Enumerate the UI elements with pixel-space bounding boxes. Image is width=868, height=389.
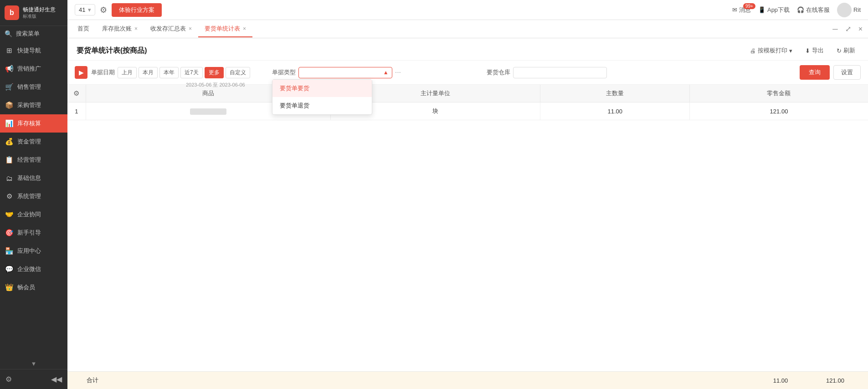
filter-settings-button[interactable]: 设置 <box>833 65 861 80</box>
sidebar-item-basic[interactable]: 🗂 基础信息 <box>0 169 67 187</box>
tab-close-icon[interactable]: × <box>189 26 192 32</box>
sidebar-item-members[interactable]: 👑 畅会员 <box>0 278 67 297</box>
sidebar-settings-icon[interactable]: ⚙ <box>4 373 14 385</box>
type-filter-more-icon[interactable]: ··· <box>395 68 401 77</box>
print-button[interactable]: 🖨 按模板打印 ▾ <box>746 45 796 56</box>
tab-close-all-icon[interactable]: × <box>857 24 864 34</box>
sidebar-item-operations[interactable]: 📋 经营管理 <box>0 151 67 169</box>
print-icon: 🖨 <box>750 47 756 54</box>
main-area: 41 ▾ ⚙ 体验行业方案 ✉ 消息 99+ 📱 App下载 🎧 在线客服 R <box>67 0 868 389</box>
filter-bar: ▶ 单据日期 上月 本月 本年 近7天 更多 自定义 2023-05-06 至 … <box>67 61 868 85</box>
sidebar-item-purchase[interactable]: 📦 采购管理 <box>0 96 67 114</box>
table-footer: 合计 11.00 121.00 <box>67 371 868 389</box>
app-download-item[interactable]: 📱 App下载 <box>758 6 790 14</box>
company-dropdown[interactable]: 41 ▾ <box>75 4 95 15</box>
chevron-down-icon: ▾ <box>88 6 91 13</box>
sidebar-item-enterprise[interactable]: 🤝 企业协同 <box>0 205 67 224</box>
app-download-label: App下载 <box>767 6 790 14</box>
last-month-btn[interactable]: 上月 <box>118 67 137 78</box>
this-month-btn[interactable]: 本月 <box>139 67 158 78</box>
sidebar-item-wechat[interactable]: 💬 企业微信 <box>0 260 67 278</box>
sidebar-item-label: 畅会员 <box>17 283 63 292</box>
tab-label: 首页 <box>77 25 89 33</box>
tab-order-stats[interactable]: 要货单统计表 × <box>198 21 252 37</box>
page-header: 要货单统计表(按商品) 🖨 按模板打印 ▾ ⬇ 导出 ↻ 刷新 <box>67 38 868 61</box>
sidebar-item-system[interactable]: ⚙ 系统管理 <box>0 187 67 205</box>
sidebar-item-label: 经营管理 <box>17 156 63 164</box>
dropdown-item-label: 要货单退货 <box>280 102 309 109</box>
avatar <box>837 3 852 17</box>
sidebar-item-label: 新手引导 <box>17 229 63 237</box>
sidebar-item-guide[interactable]: 🎯 新手引导 <box>0 224 67 242</box>
tab-receivable-summary[interactable]: 收发存汇总表 × <box>144 21 198 37</box>
export-button[interactable]: ⬇ 导出 <box>801 45 827 56</box>
sidebar-item-sales[interactable]: 🛒 销售管理 <box>0 78 67 96</box>
basic-icon: 🗂 <box>5 174 14 182</box>
sidebar-item-label: 采购管理 <box>17 101 63 109</box>
type-dropdown-overlay: 要货单要货 要货单退货 <box>272 79 372 115</box>
appstore-icon: 🏪 <box>5 247 14 255</box>
refresh-label: 刷新 <box>843 46 855 55</box>
message-badge: 99+ <box>743 3 755 9</box>
sidebar-collapse-icon[interactable]: ◀◀ <box>49 373 64 385</box>
headset-icon: 🎧 <box>797 6 804 13</box>
custom-date-btn[interactable]: 自定义 <box>226 67 250 78</box>
th-amount: 零售金额 <box>689 85 868 102</box>
tab-close-icon[interactable]: × <box>134 26 138 32</box>
dropdown-item-return[interactable]: 要货单退货 <box>272 97 372 114</box>
page-actions: 🖨 按模板打印 ▾ ⬇ 导出 ↻ 刷新 <box>746 45 859 56</box>
this-year-btn[interactable]: 本年 <box>159 67 179 78</box>
sidebar-item-appstore[interactable]: 🏪 应用中心 <box>0 242 67 260</box>
content-area: 要货单统计表(按商品) 🖨 按模板打印 ▾ ⬇ 导出 ↻ 刷新 ▶ <box>67 38 868 389</box>
tab-home[interactable]: 首页 <box>71 21 96 37</box>
warehouse-input[interactable] <box>513 67 607 78</box>
date-filter-label: 单据日期 <box>91 68 115 77</box>
tab-close-icon[interactable]: × <box>243 26 246 32</box>
search-label: 搜索菜单 <box>16 30 40 38</box>
column-settings-icon[interactable]: ⚙ <box>73 89 79 97</box>
tab-inventory-batch[interactable]: 库存批次账 × <box>96 21 144 37</box>
sidebar-item-quick-nav[interactable]: ⊞ 快捷导航 <box>0 41 67 60</box>
last-7days-btn[interactable]: 近7天 <box>180 67 203 78</box>
members-icon: 👑 <box>5 283 14 292</box>
refresh-icon: ↻ <box>837 47 842 54</box>
filter-expand-button[interactable]: ▶ <box>75 66 87 79</box>
date-filter-group: 单据日期 上月 本月 本年 近7天 更多 自定义 <box>91 67 250 78</box>
topbar-settings-icon[interactable]: ⚙ <box>100 5 107 15</box>
more-dates-btn[interactable]: 更多 <box>205 67 224 78</box>
topbar-right: ✉ 消息 99+ 📱 App下载 🎧 在线客服 Rit <box>732 3 861 17</box>
sidebar-scroll-down[interactable]: ▼ <box>0 358 67 369</box>
message-item[interactable]: ✉ 消息 99+ <box>732 6 751 14</box>
sidebar-item-marketing[interactable]: 📢 营销推广 <box>0 60 67 78</box>
sidebar-search[interactable]: 🔍 搜索菜单 <box>0 26 67 41</box>
cell-quantity: 11.00 <box>540 102 690 120</box>
warehouse-filter-group: 要货仓库 <box>487 67 607 78</box>
sidebar-item-label: 销售管理 <box>17 83 63 91</box>
cell-amount: 121.00 <box>689 102 868 120</box>
dropdown-item-order[interactable]: 要货单要货 <box>272 80 372 97</box>
query-button[interactable]: 查询 <box>800 65 830 80</box>
type-select-input[interactable] <box>298 67 392 78</box>
online-service-item[interactable]: 🎧 在线客服 <box>797 6 830 14</box>
table-wrapper: ⚙ 商品 主计量单位 主数量 零售金额 <box>67 85 868 371</box>
tab-expand-icon[interactable]: ⤢ <box>843 24 853 34</box>
data-table: ⚙ 商品 主计量单位 主数量 零售金额 <box>67 85 868 120</box>
industry-button[interactable]: 体验行业方案 <box>112 3 162 17</box>
warehouse-select-wrapper <box>513 67 607 78</box>
system-icon: ⚙ <box>5 192 14 200</box>
tab-minimize-icon[interactable]: ─ <box>831 24 839 34</box>
sidebar-item-label: 营销推广 <box>17 65 63 73</box>
export-label: 导出 <box>812 46 824 55</box>
type-filter-group: 单据类型 ▲ ··· <box>272 67 401 78</box>
sidebar: b 畅捷通好生意 标准版 🔍 搜索菜单 ⊞ 快捷导航 📢 营销推广 🛒 销售管理… <box>0 0 67 389</box>
operations-icon: 📋 <box>5 156 14 164</box>
wechat-icon: 💬 <box>5 265 14 273</box>
user-item[interactable]: Rit <box>837 3 861 17</box>
sidebar-item-label: 资金管理 <box>17 138 63 146</box>
table-row: 1 块 11.00 121.00 <box>67 102 868 120</box>
tab-label: 库存批次账 <box>102 25 132 33</box>
search-icon: 🔍 <box>5 30 12 37</box>
sidebar-item-finance[interactable]: 💰 资金管理 <box>0 133 67 151</box>
sidebar-item-inventory[interactable]: 📊 库存核算 <box>0 114 67 133</box>
refresh-button[interactable]: ↻ 刷新 <box>833 45 859 56</box>
